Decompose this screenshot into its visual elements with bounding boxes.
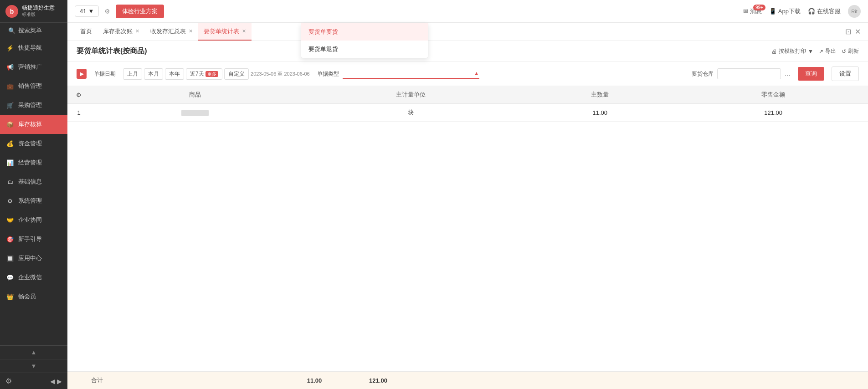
print-template-button[interactable]: 🖨 按模板打印 ▼ — [771, 47, 813, 55]
type-filter-label: 单据类型 — [317, 70, 339, 78]
sidebar-item-member[interactable]: 👑 畅会员 — [0, 287, 67, 306]
sidebar-item-wechat[interactable]: 💬 企业微信 — [0, 268, 67, 287]
trial-button[interactable]: 体验行业方案 — [116, 5, 164, 18]
tabs-actions: ⊡ ✕ — [845, 27, 861, 36]
sidebar-search[interactable]: 🔍 搜索菜单 — [0, 23, 67, 38]
export-button[interactable]: ↗ 导出 — [819, 47, 836, 55]
tab-home[interactable]: 首页 — [75, 23, 98, 41]
sidebar-item-sales[interactable]: 💼 销售管理 — [0, 77, 67, 96]
date-group: 上月 本月 本年 近7天 更多 自定义 2023-05-06 至 2023-06… — [123, 68, 310, 80]
online-service-btn[interactable]: 🎧 在线客服 — [808, 7, 841, 15]
tab-close-batch-account[interactable]: ✕ — [135, 28, 139, 34]
col-settings[interactable]: ⚙ — [67, 86, 90, 104]
sidebar-item-inventory[interactable]: 📦 库存核算 — [0, 115, 67, 134]
settings-button[interactable]: 设置 — [832, 67, 859, 81]
sidebar-gear-btn[interactable]: ⚙ — [5, 377, 12, 385]
tab-close-requisition-stat[interactable]: ✕ — [242, 28, 246, 34]
refresh-button[interactable]: ↺ 刷新 — [842, 47, 859, 55]
app-download-btn[interactable]: 📱 App下载 — [769, 7, 801, 15]
footer-quantity: 11.00 — [292, 377, 337, 384]
settings-icon[interactable]: ⚙ — [104, 8, 110, 15]
warehouse-input[interactable] — [717, 68, 781, 79]
date-btn-custom[interactable]: 自定义 — [224, 68, 249, 80]
tab-receive-summary[interactable]: 收发存汇总表 ✕ — [145, 23, 198, 41]
more-filter-btn[interactable]: ... — [785, 70, 791, 78]
type-select-input[interactable] — [343, 69, 474, 78]
sidebar-bottom: ⚙ ◀ ▶ — [0, 373, 67, 389]
date-range-text: 2023-05-06 至 2023-06-06 — [251, 71, 310, 77]
sidebar-nav: ⚡ 快捷导航 📢 营销推广 💼 销售管理 🛒 采购管理 📦 库存核算 💰 资金管… — [0, 38, 67, 345]
logo-sub: 标准版 — [22, 11, 55, 18]
sidebar-item-system[interactable]: ⚙ 系统管理 — [0, 191, 67, 210]
filter-expand-btn[interactable]: ▶ — [77, 69, 87, 79]
purchase-icon: 🛒 — [5, 101, 15, 110]
finance-icon: 💰 — [5, 139, 15, 148]
tab-batch-account[interactable]: 库存批次账 ✕ — [98, 23, 145, 41]
warehouse-label: 要货仓库 — [692, 70, 714, 78]
topbar-left: 41 ▼ ⚙ 体验行业方案 — [75, 5, 164, 18]
table-wrap: ⚙ 商品 主计量单位 主数量 零售金额 1 块 — [67, 86, 868, 371]
content: 要货单统计表(按商品) 🖨 按模板打印 ▼ ↗ 导出 ↺ 刷新 ▶ — [67, 41, 868, 389]
sidebar-item-basic[interactable]: 🗂 基础信息 — [0, 172, 67, 191]
store-selector[interactable]: 41 ▼ — [75, 5, 99, 17]
topbar-right: ✉ 消息 99+ 📱 App下载 🎧 在线客服 Rit — [743, 5, 861, 18]
date-btn-year[interactable]: 本年 — [165, 68, 184, 80]
sidebar-item-purchase[interactable]: 🛒 采购管理 — [0, 96, 67, 115]
table-footer: 合计 11.00 121.00 — [67, 371, 868, 389]
user-avatar[interactable]: Rit — [848, 5, 861, 18]
page-title: 要货单统计表(按商品) — [77, 46, 147, 56]
page-header: 要货单统计表(按商品) 🖨 按模板打印 ▼ ↗ 导出 ↺ 刷新 — [67, 41, 868, 62]
main: 41 ▼ ⚙ 体验行业方案 ✉ 消息 99+ 📱 App下载 🎧 在线客服 Ri… — [67, 0, 868, 389]
print-icon: 🖨 — [771, 48, 777, 55]
date-btn-last7[interactable]: 近7天 更多 — [186, 68, 222, 80]
cooperation-icon: 🤝 — [5, 215, 15, 225]
footer-label: 合计 — [73, 376, 292, 384]
sidebar-item-marketing[interactable]: 📢 营销推广 — [0, 57, 67, 77]
col-product: 商品 — [90, 86, 300, 104]
tab-requisition-stat[interactable]: 要货单统计表 ✕ — [198, 23, 252, 41]
sidebar-expand-btn[interactable]: ◀ ▶ — [50, 378, 62, 385]
col-unit: 主计量单位 — [300, 86, 522, 104]
marketing-icon: 📢 — [5, 62, 15, 72]
sidebar-item-quick-nav[interactable]: ⚡ 快捷导航 — [0, 38, 67, 57]
inventory-icon: 📦 — [5, 120, 15, 129]
filter-row: ▶ 单据日期 上月 本月 本年 近7天 更多 自定义 2023-05-06 至 … — [67, 62, 868, 86]
export-icon: ↗ — [819, 48, 823, 55]
quick-nav-icon: ⚡ — [5, 43, 15, 52]
sidebar-item-apps[interactable]: 🔲 应用中心 — [0, 249, 67, 268]
notification-icon: ✉ — [743, 8, 748, 15]
basic-icon: 🗂 — [5, 177, 15, 186]
notification-btn[interactable]: ✉ 消息 99+ — [743, 7, 762, 15]
data-table: ⚙ 商品 主计量单位 主数量 零售金额 1 块 — [67, 86, 868, 122]
logo-name: 畅捷通好生意 — [22, 5, 55, 12]
sidebar-scroll-up[interactable]: ▲ — [0, 345, 67, 359]
member-icon: 👑 — [5, 292, 15, 301]
sidebar-item-finance[interactable]: 💰 资金管理 — [0, 134, 67, 153]
type-chevron-up-icon[interactable]: ▲ — [474, 70, 479, 77]
sidebar-scroll-down[interactable]: ▼ — [0, 359, 67, 373]
sidebar-item-cooperation[interactable]: 🤝 企业协同 — [0, 210, 67, 230]
query-button[interactable]: 查询 — [798, 67, 824, 81]
operation-icon: 📊 — [5, 158, 15, 167]
type-select-wrap: ▲ — [343, 69, 479, 79]
hot-tag: 更多 — [205, 71, 218, 77]
column-settings-icon[interactable]: ⚙ — [76, 92, 82, 98]
system-icon: ⚙ — [5, 196, 15, 205]
sidebar-item-operation[interactable]: 📊 经营管理 — [0, 153, 67, 172]
date-btn-current[interactable]: 本月 — [144, 68, 163, 80]
dropdown-item-requisition-return[interactable]: 要货单退货 — [301, 41, 428, 58]
table-row: 1 块 11.00 121.00 — [67, 104, 868, 122]
row-index: 1 — [67, 104, 90, 122]
tab-maximize-btn[interactable]: ⊡ — [845, 27, 851, 36]
tab-close-receive-summary[interactable]: ✕ — [189, 28, 193, 34]
date-btn-upper[interactable]: 上月 — [123, 68, 142, 80]
type-dropdown: 要货单要货 要货单退货 — [301, 41, 428, 58]
sidebar-item-guide[interactable]: 🎯 新手引导 — [0, 230, 67, 249]
search-icon: 🔍 — [8, 27, 15, 34]
topbar: 41 ▼ ⚙ 体验行业方案 ✉ 消息 99+ 📱 App下载 🎧 在线客服 Ri… — [67, 0, 868, 23]
service-icon: 🎧 — [808, 8, 815, 15]
tab-close-all-btn[interactable]: ✕ — [855, 27, 861, 36]
refresh-icon: ↺ — [842, 48, 846, 55]
sidebar: b 畅捷通好生意 标准版 🔍 搜索菜单 ⚡ 快捷导航 📢 营销推广 💼 销售管理… — [0, 0, 67, 389]
sales-icon: 💼 — [5, 82, 15, 91]
